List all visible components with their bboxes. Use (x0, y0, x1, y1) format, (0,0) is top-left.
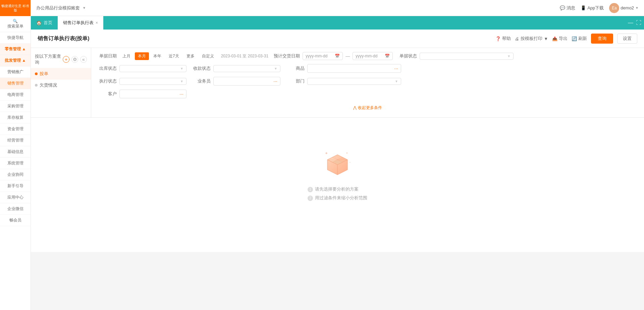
expected-delivery-control: yyyy-mm-dd 📅 — yyyy-mm-dd 📅 (303, 52, 393, 60)
system-dropdown-icon[interactable]: ▼ (83, 6, 86, 10)
sidebar-item-member[interactable]: 畅会员 (0, 215, 31, 226)
date-tab-custom[interactable]: 自定义 (199, 52, 217, 60)
content-area: ✦ ✦ ✦ 请先选择要分析的方案 用过滤条件来缩小分析范围 (31, 118, 644, 252)
filter-row-4: 客户 ··· (98, 90, 637, 98)
department-select[interactable]: ▼ (307, 78, 401, 85)
delivery-start-input[interactable]: yyyy-mm-dd 📅 (303, 52, 343, 60)
sidebar-item-quick-nav[interactable]: 快捷导航 (0, 32, 31, 44)
sidebar-item-wholesale[interactable]: 批发管理 ▲ (0, 55, 31, 66)
search-label: 搜索菜单 (2, 23, 29, 29)
sidebar-item-newbie[interactable]: 新手引导 (0, 180, 31, 192)
sidebar-item-operations[interactable]: 经营管理 (0, 135, 31, 146)
app-download-btn[interactable]: 📱 App下载 (581, 5, 604, 11)
filter-row-1: 单据日期 上月 本月 本年 近7天 更多 自定义 2023-03-01 至 20… (98, 52, 637, 60)
tab-active-label: 销售订单执行表 (63, 20, 94, 26)
scheme-item-shortage[interactable]: 欠货情况 (31, 80, 91, 91)
tab-minimize-icon[interactable]: — (628, 20, 633, 26)
scheme-active-dot (35, 72, 38, 75)
expected-delivery-field: 预计交货日期 yyyy-mm-dd 📅 — yyyy-mm-dd 📅 (274, 52, 393, 60)
delivery-end-input[interactable]: yyyy-mm-dd 📅 (353, 52, 393, 60)
sidebar-item-marketing[interactable]: 营销推广 (0, 66, 31, 78)
messages-label: 消息 (567, 5, 575, 11)
delivery-status-select[interactable]: ▼ (119, 65, 186, 72)
help-btn[interactable]: ❓ 帮助 (495, 36, 511, 42)
execution-status-field: 执行状态 ▼ (98, 78, 186, 85)
print-btn[interactable]: 🖨 按模板打印 ▼ (515, 36, 548, 42)
date-tab-last-month[interactable]: 上月 (119, 52, 133, 60)
sidebar-item-enterprise[interactable]: 企业协同 (0, 169, 31, 180)
filter-form: 单据日期 上月 本月 本年 近7天 更多 自定义 2023-03-01 至 20… (91, 48, 644, 117)
payment-status-label: 收款状态 (192, 65, 211, 71)
sidebar-item-sales-mgmt[interactable]: 销售管理 (0, 78, 31, 89)
expected-delivery-label: 预计交货日期 (274, 53, 300, 59)
home-icon: 🏠 (36, 20, 42, 25)
settings-button[interactable]: 设置 (617, 34, 637, 44)
execution-status-select[interactable]: ▼ (119, 78, 186, 85)
header-right: 💬 消息 📱 App下载 Ea demo2 ▼ (560, 3, 639, 13)
collapse-icon: ⋀ (353, 105, 357, 110)
delivery-status-field: 出库状态 ▼ (98, 65, 186, 72)
scheme-item-order[interactable]: 按单 (31, 68, 91, 80)
customer-label: 客户 (98, 91, 117, 97)
order-status-select[interactable]: ▼ (420, 53, 514, 60)
scheme-inactive-dot (35, 84, 38, 87)
empty-icon: ✦ ✦ ✦ (321, 145, 354, 178)
quick-nav-label: 快捷导航 (1, 35, 29, 41)
date-separator: — (345, 54, 350, 59)
customer-select[interactable]: ··· (119, 90, 186, 98)
payment-status-select[interactable]: ▼ (213, 65, 280, 72)
user-menu[interactable]: Ea demo2 ▼ (609, 3, 639, 13)
settings-scheme-btn[interactable]: ⚙ (71, 56, 78, 63)
execution-status-arrow: ▼ (180, 80, 183, 83)
collapse-scheme-btn[interactable]: « (80, 56, 87, 63)
sidebar-item-wechat[interactable]: 企业微信 (0, 203, 31, 215)
goods-select[interactable]: ··· (307, 64, 401, 73)
tab-home-label: 首页 (44, 20, 52, 26)
delivery-status-arrow: ▼ (180, 67, 183, 70)
sidebar-item-retail[interactable]: 零售管理 ▲ (0, 44, 31, 55)
tab-expand-icon[interactable]: ⛶ (636, 20, 641, 26)
date-tab-this-month[interactable]: 本月 (135, 52, 149, 60)
sidebar-item-inventory[interactable]: 库存核算 (0, 112, 31, 123)
department-arrow: ▼ (395, 80, 398, 83)
filter-scheme-label: 按以下方案查询 (35, 53, 63, 65)
export-btn[interactable]: 📤 导出 (552, 36, 568, 42)
sidebar-item-app-center[interactable]: 应用中心 (0, 192, 31, 203)
customer-ellipsis[interactable]: ··· (179, 91, 183, 97)
date-label: 单据日期 (98, 53, 117, 59)
date-tab-this-year[interactable]: 本年 (150, 52, 164, 60)
tab-home[interactable]: 🏠 首页 (31, 16, 58, 30)
tab-sales-order[interactable]: 销售订单执行表 × (58, 16, 103, 30)
add-scheme-btn[interactable]: + (63, 56, 69, 63)
sidebar-item-finance[interactable]: 资金管理 (0, 123, 31, 135)
date-tab-7days[interactable]: 近7天 (166, 52, 182, 60)
customer-field: 客户 ··· (98, 90, 186, 98)
user-dropdown-icon: ▼ (635, 6, 639, 10)
goods-ellipsis[interactable]: ··· (394, 66, 398, 71)
tab-close-icon[interactable]: × (96, 20, 98, 25)
sidebar-item-basics[interactable]: 基础信息 (0, 146, 31, 158)
delivery-end-placeholder: yyyy-mm-dd (356, 54, 377, 58)
order-status-arrow: ▼ (507, 54, 511, 58)
sidebar-item-ecommerce[interactable]: 电商管理 (0, 89, 31, 101)
sidebar-item-system[interactable]: 系统管理 (0, 158, 31, 169)
system-name: 办公用品行业模拟账套 (36, 5, 80, 11)
messages-btn[interactable]: 💬 消息 (560, 5, 575, 11)
collapse-label: 收起更多条件 (358, 105, 382, 110)
refresh-btn[interactable]: 🔄 刷新 (572, 36, 587, 42)
user-name: demo2 (621, 5, 634, 10)
sidebar-search[interactable]: 🔍 搜索菜单 (0, 16, 31, 32)
query-button[interactable]: 查询 (591, 34, 613, 44)
date-tab-more[interactable]: 更多 (183, 52, 198, 60)
header-left: 办公用品行业模拟账套 ▼ (36, 5, 86, 11)
order-status-label: 单据状态 (398, 53, 417, 59)
department-label: 部门 (286, 78, 305, 84)
app-logo[interactable]: 畅捷通好生意 标准版 (0, 0, 31, 16)
sidebar-item-purchasing[interactable]: 采购管理 (0, 101, 31, 112)
collapse-bar[interactable]: ⋀ 收起更多条件 (98, 102, 637, 113)
wholesale-label: 批发管理 (5, 58, 21, 63)
salesperson-ellipsis[interactable]: ··· (273, 79, 277, 84)
salesperson-select[interactable]: ··· (213, 77, 280, 86)
print-label: 按模板打印 (521, 36, 542, 42)
delivery-start-placeholder: yyyy-mm-dd (306, 54, 327, 58)
